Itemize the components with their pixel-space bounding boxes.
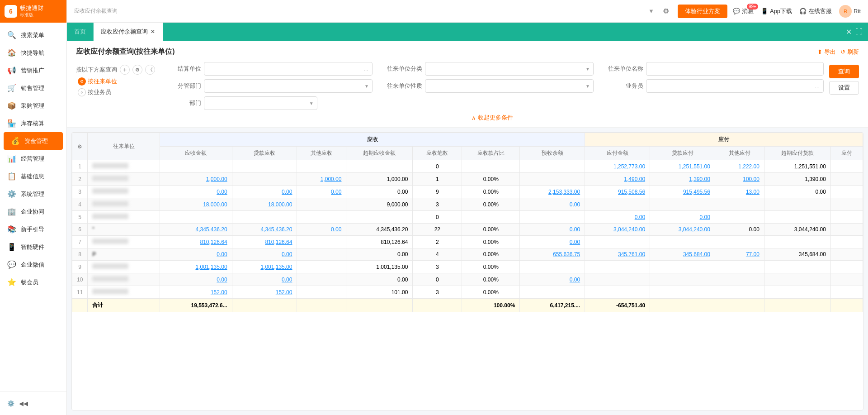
row-ar-prepay[interactable]: 0.00	[520, 236, 585, 248]
row-ap-last	[830, 273, 863, 286]
row-ar-prepay[interactable]: 0.00	[520, 198, 585, 211]
row-ar-other[interactable]: 0.00	[297, 224, 346, 236]
row-ar-prepay[interactable]: 0.00	[520, 224, 585, 236]
user-avatar[interactable]: R Rit	[839, 5, 861, 18]
sidebar-item-system[interactable]: ⚙️ 系统管理	[0, 185, 66, 203]
row-ap-amount[interactable]: 345,761.00	[585, 248, 650, 261]
row-ap-loan[interactable]: 915,495.56	[650, 186, 715, 198]
table-row: 9 1,001,135.00 1,001,135.00 1,001,135.00…	[72, 261, 863, 273]
fullscreen-btn[interactable]: ⛶	[855, 28, 863, 36]
sidebar-item-guide[interactable]: 📚 新手引导	[0, 220, 66, 238]
app-download-btn[interactable]: 📱 App下载	[761, 7, 792, 15]
sidebar-item-inventory[interactable]: 🏪 库存核算	[0, 114, 66, 132]
row-ar-loan[interactable]: 0.00	[232, 186, 297, 198]
row-ap-amount[interactable]: 1,490.00	[585, 173, 650, 186]
scheme-settings-btn[interactable]: ⚙	[132, 65, 142, 75]
tab-close-btn[interactable]: ✕	[151, 29, 155, 35]
unit-nature-select[interactable]	[425, 79, 594, 93]
sidebar-settings-btn[interactable]: ⚙️ ◀◀	[0, 396, 66, 410]
row-ar-loan[interactable]: 0.00	[232, 273, 297, 286]
dept-manager-label: 分管部门	[160, 82, 201, 90]
refresh-btn[interactable]: ↺ 刷新	[840, 48, 859, 56]
row-ar-amount[interactable]: 810,126.64	[160, 236, 232, 248]
close-window-btn[interactable]: ✕	[846, 28, 852, 36]
row-ar-prepay[interactable]: 2,153,333.00	[520, 186, 585, 198]
topbar-chevron-icon[interactable]: ▼	[648, 8, 654, 14]
unit-name-field: 往来单位名称	[603, 62, 824, 76]
row-ar-other[interactable]: 0.00	[297, 186, 346, 198]
sidebar-item-marketing[interactable]: 📢 营销推广	[0, 62, 66, 79]
row-ap-amount[interactable]: 3,044,240.00	[585, 224, 650, 236]
row-ar-amount[interactable]: 0.00	[160, 186, 232, 198]
scheme-staff-label: 按业务员	[88, 88, 111, 96]
row-ar-amount[interactable]: 152.00	[160, 286, 232, 299]
row-ar-other[interactable]: 1,000.00	[297, 173, 346, 186]
search-area: 按以下方案查询 + ⚙ 《 ⚙ 按往来单位 ○	[67, 57, 868, 128]
row-ap-last	[830, 248, 863, 261]
settings-btn[interactable]: 设置	[829, 81, 859, 95]
sidebar-item-corp[interactable]: 🏢 企业协同	[0, 203, 66, 220]
row-ap-other[interactable]: 77.00	[715, 248, 764, 261]
row-ar-amount[interactable]: 4,345,436.20	[160, 224, 232, 236]
row-ar-prepay	[520, 160, 585, 173]
sidebar-item-finance[interactable]: 💰 资金管理	[4, 132, 63, 150]
industry-solution-btn[interactable]: 体验行业方案	[678, 5, 727, 18]
row-ap-other[interactable]: 1,222.00	[715, 160, 764, 173]
row-ar-ratio	[462, 211, 520, 224]
row-ap-other[interactable]: 100.00	[715, 173, 764, 186]
row-ap-loan[interactable]: 3,044,240.00	[650, 224, 715, 236]
row-ap-loan[interactable]: 0.00	[650, 211, 715, 224]
row-ap-other[interactable]: 13.00	[715, 186, 764, 198]
tab-home[interactable]: 首页	[67, 23, 94, 41]
scheme-by-staff[interactable]: ○ 按业务员	[76, 88, 155, 96]
row-ap-amount[interactable]: 0.00	[585, 211, 650, 224]
collapse-btn[interactable]: ∧ 收起更多条件	[472, 114, 513, 122]
sidebar-item-search-menu[interactable]: 🔍 搜索菜单	[0, 26, 66, 44]
tabs-bar: 首页 应收应付余额查询 ✕ ✕ ⛶	[67, 23, 868, 41]
add-scheme-btn[interactable]: +	[120, 65, 130, 75]
row-ar-prepay[interactable]: 655,636.75	[520, 248, 585, 261]
row-ap-loan[interactable]: 1,251,551.00	[650, 160, 715, 173]
dept-manager-select[interactable]	[204, 79, 373, 93]
row-ar-amount[interactable]: 0.00	[160, 273, 232, 286]
row-ar-loan[interactable]: 4,345,436.20	[232, 224, 297, 236]
row-ar-amount[interactable]: 0.00	[160, 248, 232, 261]
row-ap-amount[interactable]: 915,508.56	[585, 186, 650, 198]
row-ar-loan[interactable]: 0.00	[232, 248, 297, 261]
row-ap-loan[interactable]: 345,684.00	[650, 248, 715, 261]
tab-balance-query[interactable]: 应收应付余额查询 ✕	[94, 23, 163, 41]
sidebar-item-smart[interactable]: 📱 智能硬件	[0, 238, 66, 256]
dept-select[interactable]	[204, 96, 317, 110]
message-btn[interactable]: 💬 消息 99+	[733, 7, 754, 15]
sidebar-item-wechat[interactable]: 💬 企业微信	[0, 256, 66, 273]
row-ar-loan[interactable]: 810,126.64	[232, 236, 297, 248]
settlement-unit-input[interactable]: ...	[204, 62, 373, 76]
row-ap-last	[830, 198, 863, 211]
row-ar-loan[interactable]: 152.00	[232, 286, 297, 299]
unit-name-input[interactable]	[646, 62, 824, 76]
row-ap-amount[interactable]: 1,252,773.00	[585, 160, 650, 173]
row-ar-amount[interactable]: 1,000.00	[160, 173, 232, 186]
row-ar-amount[interactable]: 18,000.00	[160, 198, 232, 211]
topbar-settings-btn[interactable]: ⚙	[660, 5, 672, 18]
row-ar-prepay[interactable]: 0.00	[520, 273, 585, 286]
table-settings-icon[interactable]: ⚙	[72, 133, 88, 160]
scheme-collapse-btn[interactable]: 《	[145, 65, 155, 75]
online-service-btn[interactable]: 🎧 在线客服	[799, 7, 832, 15]
sidebar-item-purchase[interactable]: 📦 采购管理	[0, 97, 66, 114]
row-ap-other	[715, 198, 764, 211]
export-btn[interactable]: ⬆ 导出	[817, 48, 836, 56]
sidebar-item-operations[interactable]: 📊 经营管理	[0, 150, 66, 167]
sidebar-item-quick-nav[interactable]: 🏠 快捷导航	[0, 44, 66, 62]
sidebar-item-basic-info[interactable]: 📋 基础信息	[0, 167, 66, 185]
query-btn[interactable]: 查询	[829, 65, 859, 78]
unit-category-select[interactable]	[425, 62, 594, 76]
row-ar-amount[interactable]: 1,001,135.00	[160, 261, 232, 273]
sidebar-item-member[interactable]: ⭐ 畅会员	[0, 273, 66, 291]
scheme-by-unit[interactable]: ⚙ 按往来单位	[76, 77, 155, 86]
salesperson-input[interactable]: ...	[646, 79, 824, 93]
row-ar-loan[interactable]: 1,001,135.00	[232, 261, 297, 273]
row-ar-loan[interactable]: 18,000.00	[232, 198, 297, 211]
row-ap-loan[interactable]: 1,390.00	[650, 173, 715, 186]
sidebar-item-sales[interactable]: 🛒 销售管理	[0, 79, 66, 97]
